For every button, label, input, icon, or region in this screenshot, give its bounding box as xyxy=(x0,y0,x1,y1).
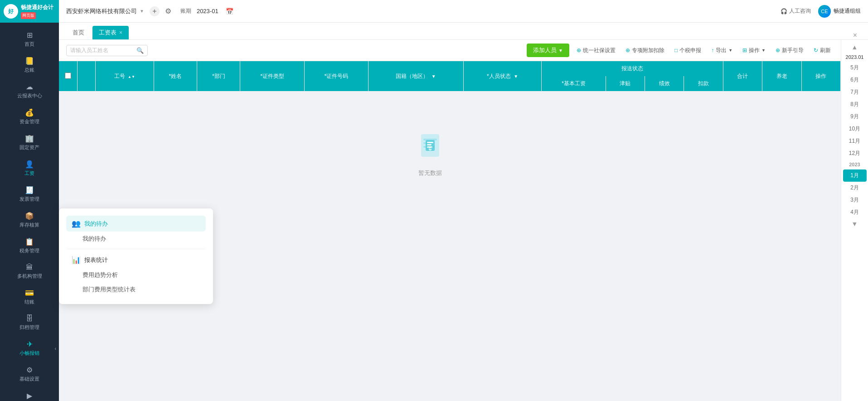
sidebar-item-ledger[interactable]: 📒 总账 xyxy=(0,52,59,78)
operation-dropdown-icon: ▼ xyxy=(761,48,766,53)
popup-item-cost-trend[interactable]: 费用趋势分析 xyxy=(66,268,206,282)
popup-divider xyxy=(66,249,206,249)
popup-section-header-report[interactable]: 📊 报表统计 xyxy=(66,252,206,268)
salary-icon: 👤 xyxy=(25,160,34,169)
empty-text: 暂无数据 xyxy=(418,169,442,177)
report-section-icon: 📊 xyxy=(72,256,81,264)
select-all-checkbox[interactable] xyxy=(65,72,71,79)
month-item-sep[interactable]: 9月 xyxy=(843,111,867,123)
popup-section-todo: 👥 我的待办 我的待办 xyxy=(66,216,206,246)
search-input[interactable] xyxy=(70,47,134,53)
month-item-may[interactable]: 5月 xyxy=(843,62,867,74)
month-item-jun[interactable]: 6月 xyxy=(843,74,867,86)
month-item-aug[interactable]: 8月 xyxy=(843,98,867,111)
logo-icon: 好 xyxy=(4,4,18,19)
salary-table: 工号 ▲▼ *姓名 *部门 *证件类型 xyxy=(59,61,841,213)
settings-button[interactable]: ⚙ xyxy=(165,7,171,15)
close-all-icon: × xyxy=(849,29,861,41)
guide-action[interactable]: ⊕ 新手引导 xyxy=(773,45,806,56)
month-item-oct[interactable]: 10月 xyxy=(843,123,867,135)
month-item-apr[interactable]: 4月 xyxy=(843,206,867,218)
company-dropdown-icon: ▼ xyxy=(140,9,144,14)
export-action[interactable]: ↑ 导出 ▼ xyxy=(708,45,735,56)
settings-icon: ⚙ xyxy=(26,366,33,374)
sidebar-item-expand-icon: ‹ xyxy=(55,346,56,351)
sidebar-item-fund[interactable]: 💰 资金管理 xyxy=(0,104,59,130)
social-security-action[interactable]: ⊕ 统一社保设置 xyxy=(574,45,618,56)
month-item-mar[interactable]: 3月 xyxy=(843,194,867,206)
popup-section-report: 📊 报表统计 费用趋势分析 部门费用类型统计表 xyxy=(66,252,206,297)
search-wrap: 🔍 xyxy=(66,45,148,56)
tab-salary-table[interactable]: 工资表 × xyxy=(92,26,129,39)
sidebar-item-settlement[interactable]: 💳 结账 xyxy=(0,284,59,310)
company-name: 西安虾米网络科技有限公司 xyxy=(66,7,137,15)
empty-illustration xyxy=(412,127,448,164)
tab-home[interactable]: 首页 xyxy=(66,26,91,39)
sidebar-item-guide[interactable]: ▶ 新手引导 xyxy=(0,387,59,401)
tab-close-icon[interactable]: × xyxy=(119,29,122,36)
th-deduction: 扣款 xyxy=(684,76,723,91)
company-selector[interactable]: 西安虾米网络科技有限公司 ▼ xyxy=(66,7,144,15)
settlement-icon: 💳 xyxy=(25,289,34,297)
period-value: 2023-01 xyxy=(197,8,218,14)
headset-icon: 🎧 xyxy=(781,8,787,14)
sidebar-item-basic-settings[interactable]: ⚙ 基础设置 xyxy=(0,361,59,387)
sidebar-item-tax[interactable]: 📋 税务管理 xyxy=(0,233,59,259)
status-filter-icon[interactable]: ▼ xyxy=(432,74,436,79)
month-item-jan-active[interactable]: 1月 xyxy=(843,169,867,182)
name-sort-icon[interactable]: ▲▼ xyxy=(128,75,135,79)
avatar: CE xyxy=(818,5,831,18)
tax-return-action[interactable]: □ 个税申报 xyxy=(672,45,704,56)
period-calendar-icon[interactable]: 📅 xyxy=(226,8,233,15)
popup-item-dept-cost[interactable]: 部门费用类型统计表 xyxy=(66,282,206,297)
special-deduction-action[interactable]: ⊕ 专项附加扣除 xyxy=(623,45,667,56)
popup-section-header-todo[interactable]: 👥 我的待办 xyxy=(66,216,206,232)
th-operations: 操作 xyxy=(801,61,840,91)
home-icon: ⊞ xyxy=(27,31,33,39)
tax-return-icon: □ xyxy=(674,47,678,53)
th-status: 国籍（地区） ▼ xyxy=(369,61,464,91)
month-nav-down[interactable]: ▼ xyxy=(850,218,860,229)
service-button[interactable]: 🎧 人工咨询 xyxy=(781,7,811,15)
month-item-nov[interactable]: 11月 xyxy=(843,135,867,147)
sidebar-item-salary[interactable]: 👤 工资 xyxy=(0,155,59,181)
sidebar-item-multi-org[interactable]: 🏛 多机构管理 xyxy=(0,259,59,284)
th-pension: 养老 xyxy=(762,61,801,91)
tab-close-all[interactable]: × xyxy=(849,31,861,39)
sidebar-item-xiaochang[interactable]: ✈ 小畅报销 ‹ xyxy=(0,335,59,361)
sidebar-item-fixed-assets[interactable]: 🏢 固定资产 xyxy=(0,130,59,155)
th-cert-type: *部门 xyxy=(197,61,240,91)
sidebar-item-archive[interactable]: 🗄 归档管理 xyxy=(0,310,59,335)
ledger-icon: 📒 xyxy=(25,57,34,65)
month-panel: ▲ 2023.01 5月 6月 7月 8月 9月 10月 11月 12月 202… xyxy=(841,40,868,401)
operation-action[interactable]: ⊞ 操作 ▼ xyxy=(740,45,768,56)
topbar: 西安虾米网络科技有限公司 ▼ + ⚙ 账期 2023-01 📅 🎧 人工咨询 C… xyxy=(59,0,868,23)
multi-org-icon: 🏛 xyxy=(26,263,33,271)
th-salary-group: 报送状态 xyxy=(542,61,723,76)
sidebar-item-home[interactable]: ⊞ 首页 xyxy=(0,26,59,52)
refresh-action[interactable]: ↻ 刷新 xyxy=(811,45,834,56)
main-area: 西安虾米网络科技有限公司 ▼ + ⚙ 账期 2023-01 📅 🎧 人工咨询 C… xyxy=(59,0,868,401)
fund-icon: 💰 xyxy=(25,108,34,117)
month-nav-up[interactable]: ▲ xyxy=(850,42,860,53)
sidebar-item-cloud-report[interactable]: ☁ 云报表中心 xyxy=(0,78,59,104)
user-profile[interactable]: CE 畅捷通组组 xyxy=(818,5,861,18)
add-person-dropdown-icon: ▼ xyxy=(558,48,563,53)
th-checkbox xyxy=(59,61,77,91)
th-bonus: 绩效 xyxy=(645,76,684,91)
month-item-feb[interactable]: 2月 xyxy=(843,182,867,194)
month-item-dec[interactable]: 12月 xyxy=(843,147,867,159)
add-person-button[interactable]: 添加人员 ▼ xyxy=(527,43,569,57)
report-status-filter-icon[interactable]: ▼ xyxy=(514,74,518,79)
export-dropdown-icon: ▼ xyxy=(728,48,732,53)
popup-item-my-todo[interactable]: 我的待办 xyxy=(66,232,206,246)
search-icon[interactable]: 🔍 xyxy=(136,47,144,54)
add-company-button[interactable]: + xyxy=(150,6,160,16)
sidebar-item-inventory[interactable]: 📦 库存核算 xyxy=(0,207,59,233)
topbar-right: 🎧 人工咨询 CE 畅捷通组组 xyxy=(781,5,861,18)
logo-text: 畅捷通好会计 网页版 xyxy=(21,4,53,19)
svg-rect-8 xyxy=(427,146,432,148)
th-dept: *姓名 xyxy=(154,61,197,91)
sidebar-item-invoice[interactable]: 🧾 发票管理 xyxy=(0,181,59,207)
month-item-jul[interactable]: 7月 xyxy=(843,86,867,98)
